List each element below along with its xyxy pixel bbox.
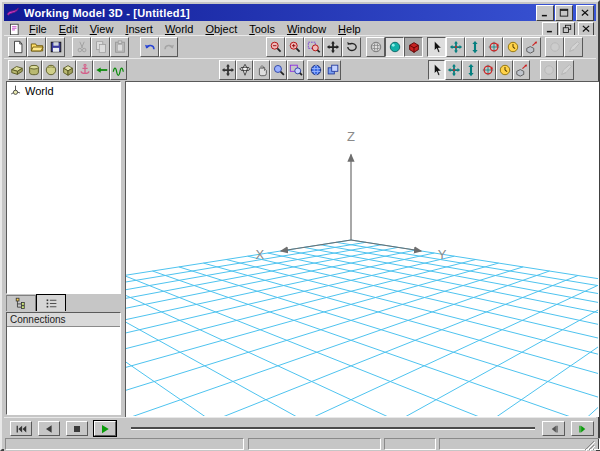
stop-button[interactable] [66,421,88,436]
rod-tool-button[interactable] [93,60,110,80]
resize-vertical-button[interactable] [465,37,484,57]
close-button[interactable] [576,5,594,21]
document-window-icon[interactable] [7,22,21,36]
tab-hierarchy[interactable] [6,295,36,311]
menu-help[interactable]: Help [332,22,367,36]
viewport-3d[interactable]: XYZ [125,81,599,417]
camera-pan-button[interactable] [219,60,236,80]
object-tree-panel[interactable]: World [6,81,121,294]
spring-tool-button[interactable] [110,60,127,80]
menu-window[interactable]: Window [281,22,332,36]
menu-tools[interactable]: Tools [243,22,281,36]
zoom-in-magnifier-button[interactable] [285,37,304,57]
menu-insert[interactable]: Insert [119,22,159,36]
zoom-out-magnifier-button[interactable] [266,37,285,57]
camera-hand-button[interactable] [253,60,270,80]
connections-header: Connections [7,313,120,327]
menu-object[interactable]: Object [199,22,243,36]
body-sphere-button[interactable] [42,60,59,80]
move-arrows-button[interactable] [446,37,465,57]
play-reverse-button[interactable] [38,421,60,436]
save-floppy-icon [49,40,63,54]
collision-box-icon [407,40,421,54]
sphere-wireframe-icon [369,40,383,54]
duplicate-tool-button[interactable] [324,60,341,80]
doc-minimize-button[interactable] [542,22,558,36]
attach-box-button[interactable] [522,37,541,57]
body-slab-button[interactable] [8,60,25,80]
toolbar-group [72,37,129,57]
new-document-button[interactable] [8,37,27,57]
zoom-lens-blue-button[interactable] [270,60,287,80]
tab-list[interactable] [36,294,66,311]
move-arrows-button[interactable] [445,60,462,80]
frame-back-icon [548,423,560,435]
menu-edit[interactable]: Edit [53,22,84,36]
pan-arrows-button[interactable] [323,37,342,57]
joint-clock-button[interactable] [503,37,522,57]
rotate-object-button[interactable] [484,37,503,57]
sphere-wireframe-button[interactable] [366,37,385,57]
connections-panel[interactable]: Connections [6,312,121,415]
spring-tool-icon [112,63,126,77]
rotate-view-arrows-icon [345,40,359,54]
frame-forward-button[interactable] [571,421,594,436]
zoom-window-magnifier-icon [307,40,321,54]
minimize-icon [545,24,555,34]
zoom-window-magnifier-button[interactable] [304,37,323,57]
undo-arrow-button[interactable] [140,37,159,57]
window-title: Working Model 3D - [Untitled1] [24,7,535,19]
select-arrow-icon [430,40,444,54]
resize-vertical-button[interactable] [462,60,479,80]
frame-back-button[interactable] [542,421,565,436]
maximize-button[interactable] [555,5,573,21]
save-floppy-button[interactable] [46,37,65,57]
camera-hand-icon [255,63,269,77]
status-segment-2 [248,438,381,450]
resize-grip[interactable] [584,440,595,451]
tree-item-world[interactable]: World [7,82,120,99]
rotate-object-icon [487,40,501,54]
camera-orbit-button[interactable] [236,60,253,80]
anchor-tool-button[interactable] [76,60,93,80]
joint-clock-button[interactable] [496,60,513,80]
sphere-textured-button[interactable] [307,60,324,80]
status-segment-1 [5,438,244,450]
rotate-view-arrows-button[interactable] [342,37,361,57]
camera-pan-icon [221,63,235,77]
cut-scissors-button [72,37,91,57]
toolbar-group [219,60,304,80]
play-button[interactable] [94,421,116,436]
copy-pages-button [91,37,110,57]
restore-icon [562,24,572,34]
playback-slider[interactable] [131,427,535,431]
body-sphere-icon [44,63,58,77]
sphere-shaded-button[interactable] [385,37,404,57]
select-arrow-button[interactable] [427,37,446,57]
x-axis-label: X [255,247,264,262]
menu-file[interactable]: File [23,22,53,36]
body-cube-button[interactable] [59,60,76,80]
play-icon [99,423,111,435]
rotate-object-button[interactable] [479,60,496,80]
y-axis-label: Y [438,247,447,262]
doc-restore-button[interactable] [559,22,575,36]
select-arrow-button[interactable] [428,60,445,80]
toolbar-standard [4,35,596,59]
collision-box-button[interactable] [404,37,423,57]
open-folder-button[interactable] [27,37,46,57]
menu-view[interactable]: View [84,22,120,36]
zoom-window-purple-button[interactable] [287,60,304,80]
menu-world[interactable]: World [159,22,200,36]
stop-icon [71,423,83,435]
reset-button[interactable] [10,421,32,436]
attach-box-button[interactable] [513,60,530,80]
joint-clock-icon [506,40,520,54]
toolbar-group [366,37,423,57]
body-cylinder-button[interactable] [25,60,42,80]
list-view-icon [45,297,58,310]
tree-panel-tabs [6,294,121,311]
minimize-button[interactable] [536,5,554,21]
move-arrows-icon [449,40,463,54]
doc-close-button[interactable] [578,22,594,36]
